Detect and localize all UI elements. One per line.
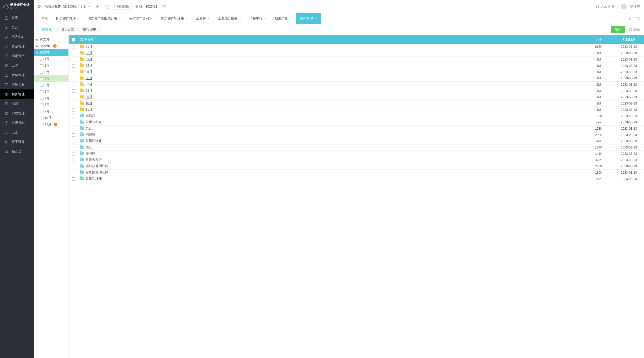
- file-link[interactable]: 09月: [86, 95, 92, 99]
- archive-button[interactable]: 归档: [611, 26, 625, 33]
- row-checkbox[interactable]: [72, 171, 75, 174]
- tree-month[interactable]: 3月: [34, 69, 68, 75]
- sidebar-item[interactable]: 新手引导: [0, 137, 34, 147]
- close-icon[interactable]: ✕: [264, 17, 267, 20]
- file-link[interactable]: 06月: [86, 76, 92, 80]
- folder-icon: [80, 64, 84, 67]
- tab[interactable]: 固定资产管理✕: [52, 13, 84, 24]
- file-link[interactable]: 04月: [86, 64, 92, 68]
- tree-month[interactable]: 11月: [34, 121, 68, 128]
- tree-month[interactable]: 4月: [34, 75, 68, 82]
- file-link[interactable]: 10月: [86, 101, 92, 106]
- row-checkbox[interactable]: [72, 152, 75, 156]
- sidebar-item[interactable]: 工资: [0, 61, 34, 70]
- tab[interactable]: 工资表✕: [192, 13, 214, 24]
- tab[interactable]: 固定资产明细账✕: [157, 13, 192, 24]
- row-checkbox[interactable]: [72, 133, 75, 137]
- old-version-button[interactable]: 切到旧版: [114, 3, 132, 10]
- sidebar-item[interactable]: 结账: [0, 99, 34, 109]
- sidebar-item[interactable]: 总账: [0, 23, 34, 32]
- file-link[interactable]: 08月: [86, 89, 92, 93]
- select-all-checkbox[interactable]: [72, 38, 75, 41]
- row-checkbox[interactable]: [72, 159, 75, 162]
- username[interactable]: 徐泽华: [630, 4, 640, 9]
- row-checkbox[interactable]: [72, 108, 75, 112]
- close-icon[interactable]: ✕: [77, 17, 80, 20]
- sidebar-item[interactable]: 畅会员: [0, 147, 34, 156]
- tree-month[interactable]: 9月: [34, 108, 68, 115]
- tree-year[interactable]: ▶2022年: [34, 43, 68, 49]
- file-link[interactable]: 07月: [86, 82, 92, 87]
- tree-month[interactable]: 6月: [34, 88, 68, 95]
- close-icon[interactable]: ✕: [119, 17, 121, 20]
- tree-month[interactable]: 8月: [34, 101, 68, 108]
- sidebar-item[interactable]: 资金管理: [0, 42, 34, 51]
- subtab[interactable]: 财务账: [37, 27, 56, 32]
- subtab[interactable]: 银行回单: [78, 27, 101, 32]
- file-link[interactable]: 05月: [86, 70, 92, 74]
- tree-year[interactable]: ▶2021年: [34, 36, 68, 43]
- tree-month[interactable]: 10月: [34, 115, 68, 121]
- tree-month[interactable]: 7月: [34, 95, 68, 101]
- tab[interactable]: 固定资产折旧统计表✕: [84, 13, 125, 24]
- close-icon[interactable]: ✕: [150, 17, 153, 20]
- file-link[interactable]: 01月: [86, 45, 92, 49]
- period-value[interactable]: 2023-11: [145, 5, 157, 8]
- row-checkbox[interactable]: [72, 89, 75, 93]
- sidebar-item[interactable]: 归档管理: [0, 109, 34, 118]
- add-button[interactable]: [94, 3, 101, 10]
- account-select[interactable]: 刘小艳演示账套（勿删勿动！）1: [38, 4, 91, 9]
- tab[interactable]: 归档管理✕: [296, 13, 321, 24]
- sidebar-item[interactable]: 固定资产: [0, 51, 34, 61]
- row-checkbox[interactable]: [72, 71, 75, 74]
- tree-month[interactable]: 1月: [34, 56, 68, 62]
- row-checkbox[interactable]: [72, 140, 75, 143]
- avatar[interactable]: [621, 4, 627, 9]
- row-checkbox[interactable]: [72, 83, 75, 86]
- row-checkbox[interactable]: [72, 121, 75, 124]
- subtab[interactable]: 电子发票: [56, 27, 78, 32]
- row-checkbox[interactable]: [72, 77, 75, 80]
- row-checkbox[interactable]: [72, 146, 75, 149]
- close-icon[interactable]: ✕: [314, 17, 317, 20]
- col-header-date: 归档日期: [614, 35, 644, 44]
- fullscreen-button[interactable]: [635, 15, 641, 22]
- sidebar-item[interactable]: 税务管理: [0, 89, 34, 99]
- row-checkbox[interactable]: [72, 102, 75, 105]
- consult-button[interactable]: 人工咨询: [596, 4, 614, 9]
- row-checkbox[interactable]: [72, 58, 75, 61]
- refresh-button[interactable]: 刷新: [629, 27, 640, 32]
- sidebar-item[interactable]: 发票管理: [0, 70, 34, 80]
- close-icon[interactable]: ✕: [289, 17, 292, 20]
- row-checkbox[interactable]: [72, 45, 75, 48]
- row-checkbox[interactable]: [72, 96, 75, 99]
- file-link[interactable]: 02月: [86, 51, 92, 55]
- row-checkbox[interactable]: [72, 115, 75, 118]
- tab[interactable]: 固定资产类别✕: [125, 13, 157, 24]
- sidebar-item[interactable]: 首页: [0, 13, 34, 23]
- row-checkbox[interactable]: [72, 64, 75, 68]
- close-icon[interactable]: ✕: [207, 17, 210, 20]
- calendar-icon[interactable]: [161, 3, 168, 10]
- sidebar-item[interactable]: 报表中心: [0, 32, 34, 42]
- sidebar-item[interactable]: 进销台账: [0, 80, 34, 89]
- tree-month[interactable]: 2月: [34, 62, 68, 69]
- tab[interactable]: 工资统计报表✕: [214, 13, 246, 24]
- tab[interactable]: 首页: [37, 13, 52, 24]
- close-all-tabs-button[interactable]: [626, 15, 633, 22]
- file-link[interactable]: 03月: [86, 57, 92, 62]
- row-checkbox[interactable]: [72, 52, 75, 55]
- row-checkbox[interactable]: [72, 177, 75, 181]
- tab[interactable]: 期末结转✕: [271, 13, 296, 24]
- row-checkbox[interactable]: [72, 127, 75, 130]
- file-link[interactable]: 11月: [86, 108, 92, 112]
- close-icon[interactable]: ✕: [239, 17, 242, 20]
- close-icon[interactable]: ✕: [185, 17, 188, 20]
- sidebar-item[interactable]: 小畅报销: [0, 118, 34, 128]
- tab[interactable]: 个税申报✕: [246, 13, 271, 24]
- tree-year[interactable]: ▼2023年: [34, 49, 68, 56]
- row-checkbox[interactable]: [72, 165, 75, 168]
- sidebar-item[interactable]: 设置: [0, 128, 34, 137]
- tree-month[interactable]: 5月: [34, 82, 68, 88]
- settings-button[interactable]: [104, 3, 111, 10]
